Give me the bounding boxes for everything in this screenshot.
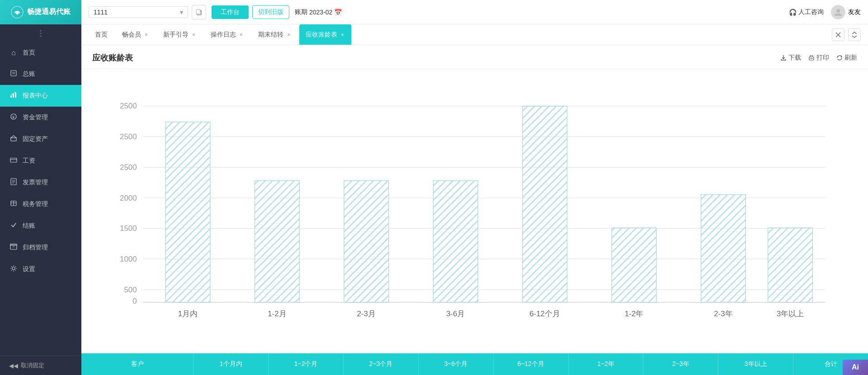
- tab-close-period-end[interactable]: ×: [286, 31, 291, 38]
- svg-text:1-2月: 1-2月: [268, 309, 286, 318]
- svg-rect-59: [701, 195, 746, 302]
- svg-text:3年以上: 3年以上: [777, 309, 804, 318]
- svg-point-4: [836, 9, 840, 13]
- settings-icon: [9, 265, 18, 274]
- svg-text:2500: 2500: [120, 132, 137, 141]
- tab-expand-button[interactable]: [848, 28, 861, 41]
- consult-button[interactable]: 🎧 人工咨询: [789, 8, 824, 16]
- svg-rect-3: [196, 9, 200, 14]
- tab-close-guide[interactable]: ×: [191, 31, 196, 38]
- tab-member[interactable]: 畅会员 ×: [116, 24, 155, 45]
- col-customer: 客户: [81, 353, 193, 375]
- svg-rect-8: [10, 95, 12, 98]
- copy-icon: [195, 9, 203, 16]
- svg-text:3-6月: 3-6月: [446, 309, 465, 318]
- ai-label: Ai: [852, 363, 859, 371]
- print-button[interactable]: 打印: [808, 54, 829, 62]
- expand-icon: [851, 32, 858, 38]
- tab-close-all-button[interactable]: [832, 28, 844, 41]
- header-main: 1111 ▾ 工作台 切到旧版 账期 2023-02 📅: [81, 5, 789, 19]
- col-3y-plus: 3年以上: [718, 353, 793, 375]
- invoice-icon: [9, 178, 18, 187]
- sidebar-item-archive[interactable]: 归档管理: [0, 237, 81, 258]
- sidebar-item-invoice[interactable]: 发票管理: [0, 172, 81, 193]
- tab-period-end[interactable]: 期末结转 ×: [252, 24, 297, 45]
- switch-version-button[interactable]: 切到旧版: [252, 5, 289, 19]
- col-1m: 1个月内: [193, 353, 269, 375]
- tab-guide[interactable]: 新手引导 ×: [157, 24, 203, 45]
- tab-label-aging: 应收账龄表: [306, 31, 337, 39]
- sidebar-item-tax[interactable]: 税务管理: [0, 193, 81, 215]
- sidebar-pin-toggle[interactable]: ◀◀ 取消固定: [0, 356, 81, 375]
- sidebar-label-report: 报表中心: [23, 92, 48, 100]
- sidebar-scroll: ⌂ 首页 总账 报表中心 ¥ 资金管理: [0, 24, 81, 356]
- tab-label-home: 首页: [95, 31, 108, 39]
- page-title: 应收账龄表: [92, 52, 133, 63]
- svg-rect-61: [768, 228, 813, 302]
- svg-rect-5: [11, 70, 16, 76]
- col-2-3m: 2~3个月: [344, 353, 419, 375]
- svg-rect-14: [10, 158, 17, 162]
- period-value: 2023-02: [309, 9, 332, 16]
- tab-label-member: 畅会员: [122, 31, 141, 39]
- tab-oplog[interactable]: 操作日志 ×: [204, 24, 250, 45]
- bar-chart: 2500 2500 2500 2000 1500 1000 500 0: [92, 76, 857, 346]
- tab-close-aging[interactable]: ×: [340, 31, 345, 38]
- download-button[interactable]: 下载: [780, 54, 801, 62]
- svg-rect-51: [344, 181, 389, 302]
- svg-text:1500: 1500: [120, 224, 137, 233]
- tab-aging[interactable]: 应收账龄表 ×: [299, 24, 351, 45]
- svg-rect-9: [13, 94, 14, 98]
- header-right: 🎧 人工咨询 友友: [789, 5, 861, 19]
- checkout-icon: [9, 221, 18, 230]
- sidebar-item-checkout[interactable]: 结账: [0, 215, 81, 237]
- refresh-button[interactable]: 刷新: [836, 54, 857, 62]
- svg-text:2000: 2000: [120, 194, 137, 202]
- col-6-12m: 6~12个月: [494, 353, 569, 375]
- svg-rect-53: [433, 181, 478, 302]
- sidebar-label-fund: 资金管理: [23, 113, 48, 122]
- pin-icon: ◀◀: [9, 362, 18, 369]
- user-name: 友友: [848, 8, 861, 16]
- logo: 畅捷通易代账: [0, 0, 81, 24]
- company-name: 1111: [94, 9, 176, 16]
- table-header: 客户 1个月内 1~2个月 2~3个月 3~6个月 6~12个月: [81, 353, 868, 375]
- page-area: 应收账龄表 下载 打印 刷新: [81, 45, 868, 375]
- main-layout: ⌂ 首页 总账 报表中心 ¥ 资金管理: [0, 24, 868, 375]
- sidebar-item-settings[interactable]: 设置: [0, 258, 81, 280]
- svg-text:6-12个月: 6-12个月: [529, 309, 560, 318]
- svg-text:0: 0: [132, 297, 137, 305]
- tab-close-oplog[interactable]: ×: [239, 31, 244, 38]
- sidebar-label-archive: 归档管理: [23, 244, 48, 252]
- tab-label-period-end: 期末结转: [258, 31, 283, 39]
- sidebar-item-report[interactable]: 报表中心: [0, 85, 81, 107]
- sidebar-label-invoice: 发票管理: [23, 178, 48, 187]
- home-icon: ⌂: [9, 49, 18, 57]
- sidebar-item-ledger[interactable]: 总账: [0, 63, 81, 85]
- svg-text:2-3月: 2-3月: [357, 309, 376, 318]
- sidebar-item-home[interactable]: ⌂ 首页: [0, 42, 81, 63]
- svg-text:1月内: 1月内: [178, 309, 198, 318]
- calendar-icon[interactable]: 📅: [334, 9, 342, 16]
- sidebar-label-ledger: 总账: [23, 70, 35, 78]
- close-all-icon: [835, 32, 841, 38]
- company-selector[interactable]: 1111 ▾: [89, 6, 188, 18]
- tab-home[interactable]: 首页: [89, 24, 114, 45]
- sidebar-label-home: 首页: [23, 49, 35, 57]
- pin-label: 取消固定: [21, 361, 44, 370]
- tab-label-oplog: 操作日志: [211, 31, 236, 39]
- sidebar-item-salary[interactable]: 工资: [0, 150, 81, 172]
- col-3-6m: 3~6个月: [419, 353, 494, 375]
- page-header: 应收账龄表 下载 打印 刷新: [81, 45, 868, 69]
- copy-button[interactable]: [192, 5, 206, 19]
- workbench-button[interactable]: 工作台: [212, 5, 249, 19]
- sidebar-item-assets[interactable]: 固定资产: [0, 128, 81, 150]
- user-area[interactable]: 友友: [831, 5, 861, 19]
- svg-rect-55: [523, 106, 567, 302]
- print-label: 打印: [816, 54, 829, 62]
- tab-close-member[interactable]: ×: [144, 31, 149, 38]
- sidebar-item-fund[interactable]: ¥ 资金管理: [0, 107, 81, 128]
- ai-badge[interactable]: Ai: [843, 360, 868, 375]
- svg-point-1: [16, 12, 19, 14]
- app-header: 畅捷通易代账 1111 ▾ 工作台 切到旧版 账期 2023-02 📅 🎧 人工…: [0, 0, 868, 24]
